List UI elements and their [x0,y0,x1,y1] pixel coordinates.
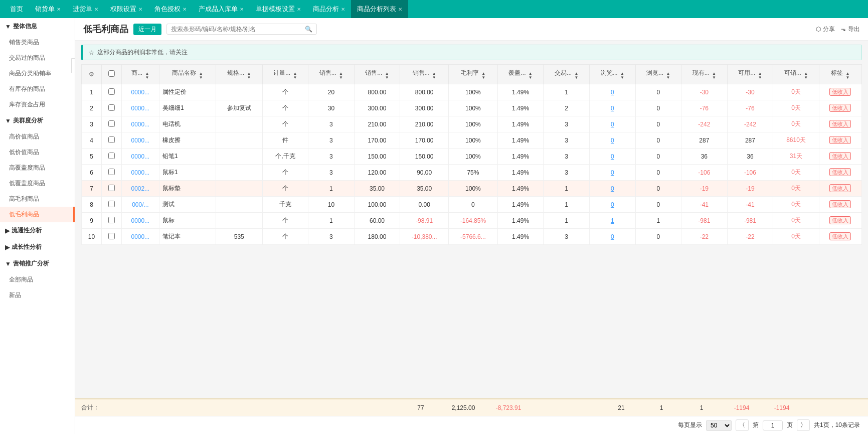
row-checkbox[interactable] [102,100,122,116]
nav-product-analysis-list[interactable]: 商品分析列表 ✕ [351,0,408,18]
sidebar-section-marketing[interactable]: ▼ 营销推广分析 [0,255,75,272]
column-sellable-days-header[interactable]: 可销... ▲▼ [773,65,819,84]
page-size-select[interactable]: 50 100 200 [706,420,732,431]
close-icon[interactable]: ✕ [138,7,142,12]
row-view2: 0 [635,116,681,132]
sidebar-item-low-value[interactable]: 低价值商品 [0,144,75,160]
row-checkbox[interactable] [102,229,122,245]
sidebar-section-growth[interactable]: ▶ 成长性分析 [0,239,75,255]
column-code-header[interactable]: 商... ▲▼ [121,65,159,84]
column-tag-header[interactable]: 标签 ▲▼ [819,65,861,84]
row-checkbox[interactable] [102,84,122,100]
column-settings-button[interactable]: ⚙ [82,65,102,84]
column-checkbox-header[interactable] [102,65,122,84]
share-button[interactable]: ⬡ 分享 [816,25,835,34]
search-input[interactable] [171,26,305,33]
column-available-header[interactable]: 可用... ▲▼ [727,65,773,84]
next-page-button[interactable]: 〉 [797,419,810,431]
sidebar-section-beauty[interactable]: ▼ 美群度分析 [0,112,75,129]
column-view1-header[interactable]: 浏览... ▲▼ [589,65,635,84]
nav-purchase-order[interactable]: 进货单 ✕ [67,0,104,18]
column-sales-qty-header[interactable]: 销售... ▲▼ [308,65,355,84]
row-view1[interactable]: 0 [589,84,635,100]
close-icon[interactable]: ✕ [183,7,187,12]
table-row: 7 0002... 鼠标垫 个 1 35.00 35.00 100% 1.49%… [82,181,862,197]
row-view1[interactable]: 0 [589,149,635,165]
nav-permission[interactable]: 权限设置 ✕ [104,0,148,18]
row-select-checkbox[interactable] [108,169,115,175]
sidebar-item-traded-products[interactable]: 交易过的商品 [0,50,75,66]
column-name-header[interactable]: 商品名称 ▲▼ [159,65,216,84]
row-view1[interactable]: 0 [589,100,635,116]
nav-product-analysis[interactable]: 商品分析 ✕ [307,0,351,18]
column-spec-header[interactable]: 规格... ▲▼ [216,65,262,84]
row-view1[interactable]: 0 [589,181,635,197]
row-select-checkbox[interactable] [108,88,115,95]
tag-badge: 低收入 [829,168,851,176]
sidebar-item-all-products[interactable]: 全部商品 [0,272,75,287]
row-checkbox[interactable] [102,149,122,165]
row-view1[interactable]: 0 [589,132,635,149]
row-view1[interactable]: 0 [589,165,635,181]
row-view1[interactable]: 0 [589,116,635,132]
column-sales-amt-header[interactable]: 销售... ▲▼ [354,65,400,84]
nav-sales-order[interactable]: 销货单 ✕ [29,0,67,18]
column-transaction-header[interactable]: 交易... ▲▼ [544,65,590,84]
sidebar-item-sales-products[interactable]: 销售类商品 [0,35,75,50]
sidebar-item-high-value[interactable]: 高价值商品 [0,129,75,144]
row-select-checkbox[interactable] [108,153,115,159]
page-number-input[interactable] [763,420,783,430]
sidebar-item-stock-capital[interactable]: 库存资金占用 [0,97,75,112]
sidebar-item-category-assist[interactable]: 商品分类助销率 [0,66,75,81]
row-checkbox[interactable] [102,197,122,213]
sidebar-item-low-margin[interactable]: 低毛利商品 [0,207,75,222]
sidebar-section-overall[interactable]: ▼ 整体信息 [0,18,75,35]
sidebar-section-liquidity[interactable]: ▶ 流通性分析 [0,222,75,239]
close-icon[interactable]: ✕ [240,7,244,12]
export-button[interactable]: ⬎ 导出 [841,25,860,34]
sidebar-item-in-stock[interactable]: 有库存的商品 [0,81,75,97]
sidebar-item-high-coverage[interactable]: 高覆盖度商品 [0,160,75,176]
row-checkbox[interactable] [102,213,122,229]
prev-page-button[interactable]: 〈 [736,419,749,431]
row-view1[interactable]: 0 [589,229,635,245]
close-icon[interactable]: ✕ [341,7,345,12]
row-sales-qty: 3 [308,229,355,245]
row-select-checkbox[interactable] [108,120,115,127]
nav-template[interactable]: 单据模板设置 ✕ [250,0,307,18]
search-icon[interactable]: 🔍 [305,26,312,33]
sidebar-collapse-button[interactable]: 《 [71,58,75,73]
column-view2-header[interactable]: 浏览... ▲▼ [635,65,681,84]
column-gross-margin-header[interactable]: 毛利率 ▲▼ [449,65,498,84]
column-sales-profit-header[interactable]: 销售... ▲▼ [400,65,449,84]
row-view1[interactable]: 0 [589,197,635,213]
row-checkbox[interactable] [102,116,122,132]
sidebar-item-low-coverage[interactable]: 低覆盖度商品 [0,176,75,191]
row-coverage: 1.49% [497,213,544,229]
close-icon[interactable]: ✕ [297,7,301,12]
column-coverage-header[interactable]: 覆盖... ▲▼ [497,65,544,84]
date-filter-button[interactable]: 近一月 [133,24,161,35]
row-select-checkbox[interactable] [108,217,115,223]
row-select-checkbox[interactable] [108,233,115,239]
row-coverage: 1.49% [497,165,544,181]
row-checkbox[interactable] [102,181,122,197]
sidebar-item-new-products[interactable]: 新品 [0,287,75,303]
row-checkbox[interactable] [102,165,122,181]
row-select-checkbox[interactable] [108,185,115,191]
nav-role[interactable]: 角色授权 ✕ [148,0,193,18]
sidebar-item-high-margin[interactable]: 高毛利商品 [0,191,75,207]
row-checkbox[interactable] [102,132,122,149]
row-view1[interactable]: 1 [589,213,635,229]
row-select-checkbox[interactable] [108,104,115,111]
row-select-checkbox[interactable] [108,136,115,143]
column-current-stock-header[interactable]: 现有... ▲▼ [681,65,728,84]
row-select-checkbox[interactable] [108,201,115,207]
close-icon[interactable]: ✕ [57,7,61,12]
select-all-checkbox[interactable] [108,70,115,77]
nav-product-entry[interactable]: 产成品入库单 ✕ [193,0,250,18]
column-unit-header[interactable]: 计量... ▲▼ [262,65,308,84]
close-icon[interactable]: ✕ [398,7,402,12]
nav-home[interactable]: 首页 [4,0,29,18]
close-icon[interactable]: ✕ [94,7,98,12]
